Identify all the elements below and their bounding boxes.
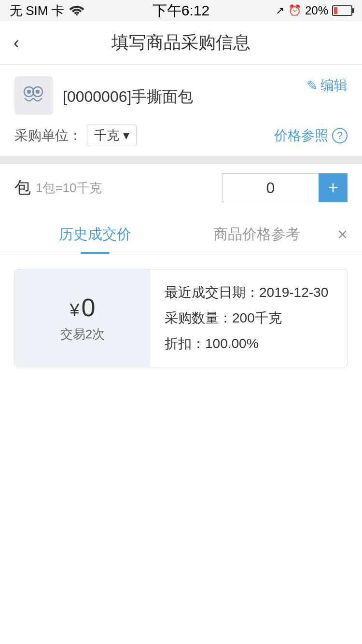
carrier-text: 无 SIM 卡: [10, 2, 64, 19]
quantity-unit-sub: 1包=10千克: [36, 180, 102, 196]
location-icon: ↗: [276, 4, 284, 17]
battery-percent: 20%: [305, 4, 328, 17]
price-ref-info-icon: ?: [332, 128, 348, 143]
product-logo: [14, 76, 53, 115]
svg-point-0: [76, 14, 78, 15]
quantity-right: +: [222, 173, 348, 202]
unit-row: 采购单位： 千克 ▾: [14, 125, 137, 146]
dropdown-arrow-icon: ▾: [123, 128, 129, 143]
product-bottom-row: 采购单位： 千克 ▾ 价格参照 ?: [14, 125, 348, 146]
tab-history-label: 历史成交价: [59, 226, 131, 242]
quantity-plus-button[interactable]: +: [319, 173, 348, 202]
tab-close-button[interactable]: ×: [337, 213, 348, 253]
edit-icon: ✎: [306, 78, 318, 94]
discount-value: 100.00%: [205, 336, 259, 351]
unit-value: 千克: [94, 127, 119, 144]
battery-icon: [332, 5, 352, 16]
product-top-row: [0000006]手撕面包 ✎ 编辑: [14, 76, 348, 115]
edit-button[interactable]: ✎ 编辑: [306, 76, 348, 95]
product-name: [0000006]手撕面包: [63, 84, 193, 108]
bottom-space: [0, 382, 362, 644]
recent-date-label: 最近成交日期：: [165, 285, 259, 300]
svg-point-2: [27, 90, 31, 94]
tab-price-reference[interactable]: 商品价格参考: [176, 212, 337, 254]
back-button[interactable]: ‹: [14, 33, 19, 53]
recent-date-value: 2019-12-30: [259, 285, 328, 300]
unit-select[interactable]: 千克 ▾: [87, 125, 137, 146]
quantity-label: 采购数量：: [165, 310, 232, 325]
recent-date-row: 最近成交日期：2019-12-30: [165, 283, 333, 302]
price-card-right: 最近成交日期：2019-12-30 采购数量：200千克 折扣：100.00%: [150, 269, 347, 367]
section-divider: [0, 156, 362, 164]
price-ref-label: 价格参照: [274, 126, 328, 145]
discount-row: 折扣：100.00%: [165, 334, 333, 353]
price-times: 交易2次: [60, 326, 105, 343]
product-section: [0000006]手撕面包 ✎ 编辑 采购单位： 千克 ▾ 价格参照 ?: [0, 65, 362, 156]
tabs-header: 历史成交价 商品价格参考 ×: [0, 212, 362, 254]
price-amount: 0: [82, 293, 96, 322]
quantity-value: 200千克: [232, 310, 282, 325]
price-ref-button[interactable]: 价格参照 ?: [274, 126, 348, 145]
quantity-input[interactable]: [222, 173, 319, 202]
price-card-container: ¥ 0 交易2次 最近成交日期：2019-12-30 采购数量：200千克 折扣…: [0, 254, 362, 382]
edit-label: 编辑: [320, 76, 348, 95]
price-card: ¥ 0 交易2次 最近成交日期：2019-12-30 采购数量：200千克 折扣…: [14, 269, 348, 367]
page-title: 填写商品采购信息: [111, 31, 251, 55]
status-right: ↗ ⏰ 20%: [276, 4, 352, 17]
page-header: ‹ 填写商品采购信息: [0, 21, 362, 65]
status-time: 下午6:12: [153, 1, 209, 21]
quantity-unit-badge: 包: [14, 177, 31, 199]
tab-history-price[interactable]: 历史成交价: [14, 212, 176, 254]
quantity-row: 采购数量：200千克: [165, 308, 333, 327]
tab-price-ref-label: 商品价格参考: [213, 226, 300, 242]
price-display: ¥ 0: [70, 293, 96, 322]
alarm-icon: ⏰: [288, 4, 301, 17]
price-card-left: ¥ 0 交易2次: [15, 269, 150, 367]
discount-label: 折扣：: [165, 336, 205, 351]
svg-point-4: [36, 90, 40, 94]
price-currency: ¥: [70, 300, 80, 321]
status-left: 无 SIM 卡: [10, 2, 84, 19]
unit-label: 采购单位：: [14, 126, 82, 145]
quantity-section: 包 1包=10千克 +: [0, 164, 362, 212]
quantity-left: 包 1包=10千克: [14, 177, 102, 199]
wifi-icon: [69, 3, 84, 19]
status-bar: 无 SIM 卡 下午6:12 ↗ ⏰ 20%: [0, 0, 362, 21]
product-left: [0000006]手撕面包: [14, 76, 193, 115]
tabs-section: 历史成交价 商品价格参考 × ¥ 0 交易2次 最近成交日期：2019-12-3…: [0, 212, 362, 382]
